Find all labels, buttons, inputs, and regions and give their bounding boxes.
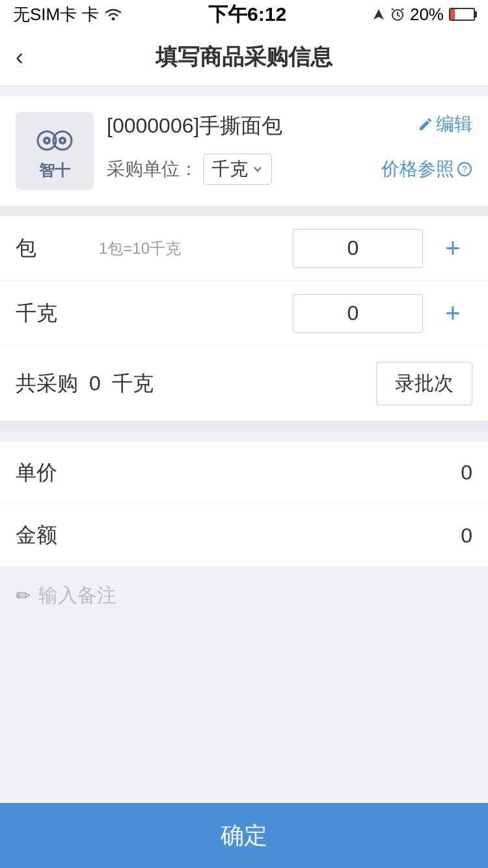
pencil-icon: ✏ [16, 585, 31, 606]
svg-point-8 [46, 139, 48, 142]
qty-input-wrap-kg: + [94, 294, 472, 333]
status-bar: 无SIM卡 卡 下午6:12 20% [0, 0, 488, 29]
product-card: 智十 [0000006]手撕面包 编辑 采购单位： 千克 [0, 96, 488, 206]
unit-label: 采购单位： [107, 157, 198, 182]
total-label: 共采购 0 千克 [16, 370, 154, 398]
product-name: [0000006]手撕面包 [107, 112, 282, 141]
qty-plus-kg[interactable]: + [433, 294, 472, 333]
svg-point-9 [61, 139, 64, 142]
product-unit-row: 采购单位： 千克 价格参照 ? [107, 154, 472, 185]
battery-icon [449, 8, 475, 21]
price-row-unit: 单价 0 [0, 442, 488, 504]
sim-card-icon: 卡 [82, 3, 99, 26]
svg-text:?: ? [462, 164, 467, 174]
note-section[interactable]: ✏ 输入备注 [0, 567, 488, 625]
section-divider-2 [0, 421, 488, 431]
qty-input-wrap-bao: + [181, 229, 472, 268]
status-left: 无SIM卡 卡 [13, 3, 122, 26]
product-image: 智十 [16, 112, 94, 190]
product-header: [0000006]手撕面包 编辑 [107, 112, 472, 141]
note-placeholder: 输入备注 [38, 582, 116, 609]
chevron-down-icon [252, 163, 264, 175]
battery-percent: 20% [410, 5, 444, 25]
total-amount: 0 [89, 372, 101, 395]
price-ref-button[interactable]: 价格参照 ? [381, 157, 472, 182]
section-divider-1 [0, 206, 488, 216]
product-logo: 智十 [29, 121, 81, 181]
qty-section: 包 1包=10千克 + 千克 + [0, 216, 488, 346]
main-content: 智十 [0000006]手撕面包 编辑 采购单位： 千克 [0, 96, 488, 703]
unit-selector[interactable]: 千克 [203, 154, 272, 185]
qty-sublabel-bao: 1包=10千克 [99, 238, 181, 259]
qty-row-bao: 包 1包=10千克 + [0, 216, 488, 281]
qty-input-bao[interactable] [293, 229, 423, 268]
alarm-icon [390, 7, 405, 21]
price-row-amount: 金额 0 [0, 504, 488, 567]
status-right: 20% [372, 5, 475, 25]
edit-label: 编辑 [436, 112, 472, 137]
edit-icon [418, 116, 433, 132]
product-info: [0000006]手撕面包 编辑 采购单位： 千克 [107, 112, 472, 185]
qty-plus-bao[interactable]: + [433, 229, 472, 268]
total-row: 共采购 0 千克 录批次 [0, 346, 488, 421]
location-icon [372, 8, 385, 21]
price-ref-label: 价格参照 [381, 157, 454, 182]
info-icon: ? [457, 161, 472, 177]
logo-text: 智十 [39, 160, 70, 181]
record-batch-button[interactable]: 录批次 [376, 362, 472, 405]
qty-input-kg[interactable] [293, 294, 423, 333]
wifi-icon [104, 8, 122, 21]
price-section: 单价 0 金额 0 [0, 442, 488, 567]
amount-value: 0 [461, 524, 472, 548]
total-text: 共采购 [16, 372, 78, 395]
confirm-bar[interactable]: 确定 [0, 803, 488, 868]
nav-bar: ‹ 填写商品采购信息 [0, 29, 488, 86]
status-time: 下午6:12 [208, 1, 286, 28]
page-title: 填写商品采购信息 [156, 42, 332, 72]
confirm-button[interactable]: 确定 [221, 820, 267, 852]
back-button[interactable]: ‹ [16, 44, 23, 71]
amount-label: 金额 [16, 521, 57, 550]
unit-price-value: 0 [461, 461, 472, 485]
unit-price-label: 单价 [16, 459, 57, 487]
carrier-text: 无SIM卡 [13, 3, 77, 26]
svg-point-0 [112, 18, 115, 21]
qty-label-kg: 千克 [16, 299, 94, 328]
edit-button[interactable]: 编辑 [418, 112, 472, 137]
qty-label-bao: 包 [16, 234, 94, 263]
unit-value: 千克 [211, 157, 248, 182]
total-unit: 千克 [112, 372, 154, 395]
qty-row-kg: 千克 + [0, 281, 488, 346]
svg-line-3 [398, 15, 400, 16]
